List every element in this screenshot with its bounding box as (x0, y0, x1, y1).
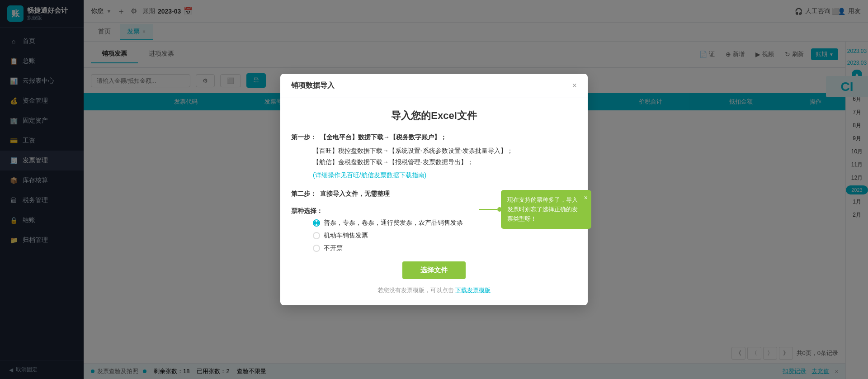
tooltip-box: × 现在支持的票种多了，导入发票时别忘了选择正确的发票类型呀！ (501, 190, 591, 229)
modal-close-button[interactable]: × (572, 81, 577, 90)
tooltip-container: × 现在支持的票种多了，导入发票时别忘了选择正确的发票类型呀！ (479, 190, 591, 229)
modal-overlay: 销项数据导入 × 导入您的Excel文件 第一步： 【全电平台】数据下载→【税务… (0, 0, 868, 379)
radio-no-invoice-circle (313, 245, 320, 252)
import-modal: 销项数据导入 × 导入您的Excel文件 第一步： 【全电平台】数据下载→【税务… (280, 74, 588, 306)
step2-label: 第二步： (291, 190, 316, 198)
step1-line1: 【全电平台】数据下载→【税务数字账户】； (320, 133, 447, 142)
tooltip-with-line: × 现在支持的票种多了，导入发票时别忘了选择正确的发票类型呀！ (479, 190, 591, 229)
modal-footer-text: 若您没有发票模版，可以点击 下载发票模版 (291, 286, 577, 294)
footer-text: 若您没有发票模版，可以点击 (377, 287, 454, 294)
radio-normal-label: 普票，专票，卷票，通行费发票，农产品销售发票 (324, 219, 463, 227)
ticket-label: 票种选择： (291, 207, 323, 215)
tooltip-close-button[interactable]: × (584, 193, 588, 203)
step1-hangxin: 【航信】金税盘数据下载→【报税管理-发票数据导出】； (313, 156, 577, 168)
download-template-link[interactable]: 下载发票模版 (455, 287, 491, 294)
select-file-button[interactable]: 选择文件 (402, 261, 466, 279)
modal-header: 销项数据导入 × (280, 74, 588, 98)
modal-main-title: 导入您的Excel文件 (291, 109, 577, 123)
radio-no-invoice[interactable]: 不开票 (313, 244, 577, 252)
step1-section: 第一步： 【全电平台】数据下载→【税务数字账户】； 【百旺】税控盘数据下载→【系… (291, 133, 577, 181)
step2-text: 直接导入文件，无需整理 (320, 190, 390, 198)
step1-title: 第一步： 【全电平台】数据下载→【税务数字账户】； (291, 133, 577, 142)
select-file-wrapper: 选择文件 (291, 261, 577, 279)
step1-content: 【百旺】税控盘数据下载→【系统设置-系统参数设置-发票批量导入】； 【航信】金税… (291, 145, 577, 181)
tooltip-connector-line (479, 209, 497, 210)
radio-normal-circle (313, 219, 320, 227)
tooltip-text: 现在支持的票种多了，导入发票时别忘了选择正确的发票类型呀！ (507, 196, 578, 222)
step1-label: 第一步： (291, 133, 316, 142)
step1-detail-link[interactable]: (详细操作见百旺/航信发票数据下载指南) (313, 171, 426, 179)
step1-baiwang: 【百旺】税控盘数据下载→【系统设置-系统参数设置-发票批量导入】； (313, 145, 577, 156)
radio-no-invoice-label: 不开票 (324, 244, 343, 252)
modal-title: 销项数据导入 (291, 81, 335, 90)
radio-motor-label: 机动车销售发票 (324, 232, 368, 240)
radio-motor[interactable]: 机动车销售发票 (313, 232, 577, 240)
radio-motor-circle (313, 232, 320, 239)
